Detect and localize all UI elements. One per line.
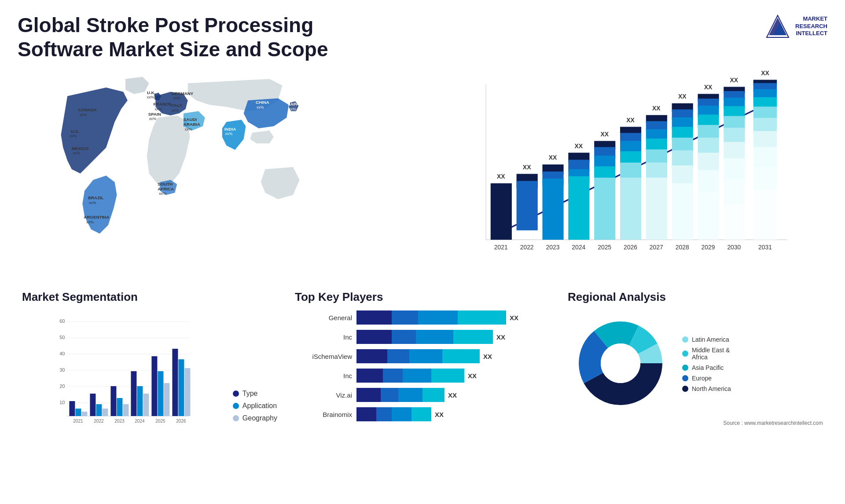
player-value-ischema: XX — [483, 353, 492, 360]
donut-chart — [568, 310, 673, 418]
page-title: Global Stroke Post Processing Software M… — [18, 13, 370, 62]
svg-text:XX: XX — [704, 84, 713, 91]
svg-text:XX: XX — [730, 77, 738, 84]
regional-item-na: North America — [682, 385, 731, 392]
svg-rect-158 — [172, 349, 178, 416]
svg-rect-68 — [620, 178, 641, 240]
svg-text:XX: XX — [600, 131, 609, 138]
player-row-brainomix: Brainomix XX — [295, 407, 550, 421]
svg-text:50: 50 — [59, 335, 65, 340]
svg-text:xx%: xx% — [149, 117, 157, 121]
legend-label-application: Application — [242, 402, 277, 410]
svg-text:xx%: xx% — [154, 107, 162, 111]
main-content: CANADA xx% U.S. xx% MEXICO xx% BRAZIL xx… — [18, 70, 827, 281]
svg-text:CANADA: CANADA — [78, 107, 97, 112]
svg-text:XX: XX — [652, 105, 661, 112]
svg-text:FRANCE: FRANCE — [153, 102, 171, 106]
player-row-inc1: Inc XX — [295, 330, 550, 344]
svg-text:60: 60 — [59, 318, 65, 324]
svg-text:XX: XX — [678, 93, 687, 100]
svg-text:2026: 2026 — [176, 419, 186, 424]
svg-rect-154 — [151, 356, 157, 416]
player-bar-general: XX — [356, 310, 550, 325]
svg-rect-140 — [81, 412, 87, 416]
regional-label-na: North America — [692, 385, 731, 392]
svg-text:2024: 2024 — [572, 244, 585, 251]
regional-dot-europe — [682, 375, 688, 381]
svg-rect-87 — [672, 183, 693, 240]
legend-type: Type — [233, 390, 277, 398]
bottom-grid: Market Segmentation 60 50 40 30 20 10 — [18, 286, 827, 440]
svg-text:xx%: xx% — [89, 201, 96, 205]
regional-title: Regional Analysis — [568, 290, 823, 304]
player-value-brainomix: XX — [435, 411, 444, 418]
svg-text:2022: 2022 — [520, 244, 534, 251]
svg-rect-160 — [184, 368, 190, 416]
svg-text:2021: 2021 — [73, 419, 83, 424]
svg-rect-77 — [646, 178, 667, 240]
player-name-inc1: Inc — [295, 333, 352, 341]
player-name-inc2: Inc — [295, 372, 352, 380]
svg-text:xx%: xx% — [172, 108, 179, 113]
seg-chart-container: 60 50 40 30 20 10 — [22, 310, 277, 435]
world-map-svg: CANADA xx% U.S. xx% MEXICO xx% BRAZIL xx… — [18, 70, 418, 255]
svg-text:GERMANY: GERMANY — [172, 91, 194, 96]
svg-text:U.S.: U.S. — [71, 129, 79, 134]
svg-rect-139 — [75, 409, 81, 416]
svg-text:xx%: xx% — [185, 127, 192, 131]
player-bar-vizai: XX — [356, 388, 550, 402]
svg-text:XX: XX — [626, 117, 635, 124]
svg-rect-110 — [724, 205, 745, 240]
svg-text:2029: 2029 — [702, 244, 715, 251]
donut-svg — [568, 310, 673, 416]
regional-label-mea: Middle East & Africa — [692, 347, 730, 361]
svg-rect-155 — [158, 371, 163, 416]
svg-rect-144 — [102, 409, 108, 416]
source-text: Source : www.marketresearchintellect.com — [568, 420, 823, 426]
svg-text:30: 30 — [59, 367, 65, 373]
svg-text:xx%: xx% — [289, 107, 296, 111]
svg-text:2024: 2024 — [135, 419, 145, 424]
svg-text:CHINA: CHINA — [256, 100, 269, 105]
regional-section: Regional Analysis — [563, 286, 827, 440]
svg-text:U.K.: U.K. — [147, 90, 156, 95]
map-section: CANADA xx% U.S. xx% MEXICO xx% BRAZIL xx… — [18, 70, 418, 273]
svg-rect-60 — [594, 178, 615, 240]
players-section: Top Key Players General XX — [290, 286, 555, 440]
svg-rect-47 — [542, 179, 563, 240]
svg-text:MEXICO: MEXICO — [72, 146, 89, 151]
svg-rect-147 — [117, 398, 122, 416]
seg-legend: Type Application Geography — [233, 390, 277, 435]
svg-rect-138 — [69, 401, 75, 416]
legend-label-geography: Geography — [242, 414, 277, 422]
regional-dot-latam — [682, 336, 688, 343]
svg-rect-122 — [753, 190, 777, 240]
legend-dot-geography — [233, 415, 239, 421]
player-bar-brainomix: XX — [356, 407, 550, 421]
legend-label-type: Type — [242, 390, 258, 398]
svg-rect-159 — [178, 359, 184, 416]
regional-item-mea: Middle East & Africa — [682, 347, 731, 361]
bar-chart-svg: XX 2021 XX 2022 XX 2023 XX 2024 — [427, 70, 827, 273]
logo-icon — [764, 13, 791, 40]
player-row-inc2: Inc XX — [295, 369, 550, 383]
svg-text:20: 20 — [59, 383, 65, 389]
player-row-general: General XX — [295, 310, 550, 325]
logo-text: MARKET RESEARCH INTELLECT — [795, 15, 827, 38]
legend-geography: Geography — [233, 414, 277, 422]
segmentation-section: Market Segmentation 60 50 40 30 20 10 — [18, 286, 282, 440]
svg-rect-151 — [137, 386, 143, 416]
svg-text:xx%: xx% — [73, 151, 81, 156]
player-row-ischema: iSchemaView XX — [295, 349, 550, 363]
svg-rect-42 — [517, 181, 538, 230]
svg-text:ITALY: ITALY — [171, 103, 183, 108]
player-bar-inc2: XX — [356, 369, 550, 383]
regional-item-europe: Europe — [682, 375, 731, 382]
svg-rect-146 — [110, 386, 116, 416]
player-value-vizai: XX — [448, 391, 457, 399]
seg-chart: 60 50 40 30 20 10 — [22, 310, 224, 435]
svg-rect-152 — [143, 394, 149, 416]
regional-label-europe: Europe — [692, 375, 712, 382]
regional-legend: Latin America Middle East & Africa Asia … — [682, 336, 731, 392]
svg-text:2023: 2023 — [546, 244, 560, 251]
